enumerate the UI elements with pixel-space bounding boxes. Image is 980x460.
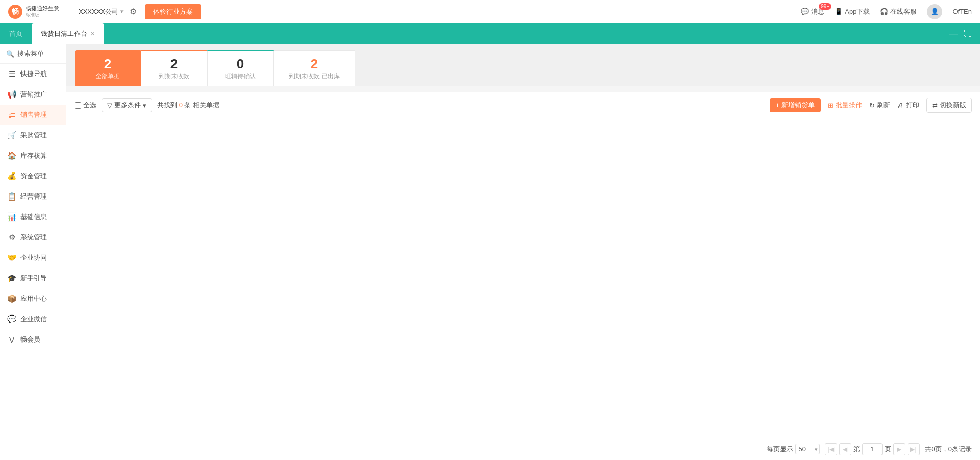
sidebar-item-inventory[interactable]: 🏠 库存核算 [0,146,66,166]
stat-num-overdue: 2 [170,56,178,72]
prev-page-button[interactable]: ◀ [839,443,851,455]
nav-icon: ☰ [7,69,16,79]
per-page-label: 每页显示 [767,445,793,454]
filter-chevron-icon: ▾ [143,102,146,109]
switch-version-button[interactable]: ⇄ 切换新版 [926,98,972,113]
found-text: 共找到 0 条 相关单据 [157,101,219,110]
wechat-icon: 💬 [7,314,16,324]
sidebar-item-system[interactable]: ⚙ 系统管理 [0,227,66,248]
trial-button[interactable]: 体验行业方案 [145,4,201,19]
main-content: 2 全部单据 2 到期未收款 0 旺辅待确认 2 到期未收款 已出库 [66,44,980,460]
refresh-button[interactable]: ↻ 刷新 [869,101,890,110]
per-page-select[interactable]: 50 100 200 [795,444,820,454]
sidebar-item-purchase[interactable]: 🛒 采购管理 [0,125,66,146]
finance-icon: 💰 [7,172,16,181]
first-page-button[interactable]: |◀ [825,443,837,455]
filter-button[interactable]: ▽ 更多条件 ▾ [102,98,152,112]
found-num: 0 [179,101,183,109]
select-all-checkbox[interactable] [75,102,81,109]
sidebar-label-sales: 销售管理 [20,110,47,119]
toolbar-right: + 新增销货单 ⊞ 批量操作 ↻ 刷新 🖨 打印 ⇄ [770,98,972,113]
new-sales-button[interactable]: + 新增销货单 [770,98,821,112]
member-icon: V [7,335,16,344]
sidebar-item-finance[interactable]: 💰 资金管理 [0,166,66,186]
found-unit: 条 [184,101,191,109]
logo-sub: 标准版 [26,12,59,18]
topbar-right: 💬 消息 99+ 📱 App下载 🎧 在线客服 👤 OfTEn [801,4,972,19]
stat-tab-all[interactable]: 2 全部单据 [75,50,141,86]
toolbar-left: 全选 ▽ 更多条件 ▾ 共找到 0 条 相关单据 [75,98,764,112]
sidebar-label-finance: 资金管理 [20,172,47,181]
stat-tab-overdue-shipped[interactable]: 2 到期未收款 已出库 [274,50,355,86]
switch-icon: ⇄ [932,102,938,109]
purchase-icon: 🛒 [7,131,16,140]
app-label: App下载 [845,7,870,16]
per-page-selector[interactable]: 50 100 200 [795,444,820,454]
sidebar-item-quicknav[interactable]: ☰ 快捷导航 [0,64,66,84]
sidebar: 🔍 搜索菜单 ☰ 快捷导航 📢 营销推广 🏷 销售管理 🛒 采购管理 🏠 库存核… [0,44,66,460]
apps-icon: 📦 [7,294,16,303]
sidebar-item-member[interactable]: V 畅会员 [0,329,66,350]
last-page-button[interactable]: ▶| [908,443,920,455]
sidebar-item-marketing[interactable]: 📢 营销推广 [0,84,66,105]
chevron-down-icon: ▾ [120,8,124,15]
switch-label: 切换新版 [940,101,966,110]
tab-qianghuo[interactable]: 钱货日清工作台 ✕ [32,23,104,44]
tab-home[interactable]: 首页 [0,23,32,44]
avatar-icon: 👤 [930,8,939,15]
service-label: 在线客服 [890,7,917,16]
app-download-button[interactable]: 📱 App下载 [835,7,870,16]
phone-icon: 📱 [835,8,843,15]
tab-close-icon[interactable]: ✕ [90,31,95,37]
refresh-label: 刷新 [877,101,890,110]
print-label: 打印 [906,101,919,110]
tabs-bar: 首页 钱货日清工作台 ✕ — ⛶ [0,23,980,44]
inventory-icon: 🏠 [7,151,16,160]
filter-label: 更多条件 [114,101,141,110]
select-all-wrap[interactable]: 全选 [75,101,96,110]
sidebar-label-system: 系统管理 [20,233,47,242]
company-selector[interactable]: XXXXXX公司 ▾ [79,7,124,16]
username[interactable]: OfTEn [952,8,972,15]
sidebar-item-sales[interactable]: 🏷 销售管理 [0,105,66,125]
tab-home-label: 首页 [9,29,22,38]
refresh-icon: ↻ [869,102,875,109]
stat-label-wangfu: 旺辅待确认 [225,72,256,81]
message-button[interactable]: 💬 消息 99+ [801,7,824,16]
sidebar-item-wechat[interactable]: 💬 企业微信 [0,309,66,329]
print-button[interactable]: 🖨 打印 [897,101,919,110]
table-area [66,118,980,438]
stat-tab-overdue[interactable]: 2 到期未收款 [141,50,207,86]
search-menu[interactable]: 🔍 搜索菜单 [0,44,66,64]
batch-action-button[interactable]: ⊞ 批量操作 [828,101,862,110]
toolbar: 全选 ▽ 更多条件 ▾ 共找到 0 条 相关单据 + 新增销货单 [66,92,980,118]
marketing-icon: 📢 [7,90,16,99]
sidebar-label-marketing: 营销推广 [20,90,47,99]
sidebar-label-purchase: 采购管理 [20,131,47,140]
page-label: 第 [853,445,860,454]
minimize-icon[interactable]: — [949,29,958,38]
next-page-button[interactable]: ▶ [893,443,905,455]
filter-icon: ▽ [107,102,112,109]
stat-label-all: 全部单据 [95,72,120,81]
found-prefix: 共找到 [157,101,177,109]
sidebar-item-basic[interactable]: 📊 基础信息 [0,207,66,227]
sidebar-item-cooperation[interactable]: 🤝 企业协同 [0,248,66,268]
stat-tab-wangfu[interactable]: 0 旺辅待确认 [207,50,274,86]
page-input[interactable] [862,443,883,455]
online-service-button[interactable]: 🎧 在线客服 [880,7,917,16]
sidebar-item-guide[interactable]: 🎓 新手引导 [0,268,66,288]
settings-icon[interactable]: ⚙ [130,7,137,16]
search-icon: 🔍 [6,50,14,58]
sidebar-label-apps: 应用中心 [20,294,47,303]
page-nav: |◀ ◀ 第 页 ▶ ▶| [825,443,920,455]
found-suffix: 相关单据 [193,101,219,109]
message-badge: 99+ [819,3,831,10]
tab-qianghuo-label: 钱货日清工作台 [41,29,87,38]
sidebar-item-operation[interactable]: 📋 经营管理 [0,186,66,207]
sidebar-label-member: 畅会员 [20,335,40,344]
sidebar-item-apps[interactable]: 📦 应用中心 [0,288,66,309]
avatar[interactable]: 👤 [927,4,942,19]
sidebar-label-wechat: 企业微信 [20,314,47,324]
maximize-icon[interactable]: ⛶ [964,29,972,38]
